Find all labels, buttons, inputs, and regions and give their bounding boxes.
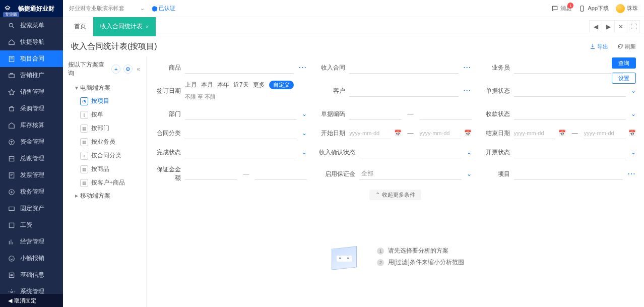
sidebar-purchase[interactable]: 采购管理 [0,100,63,117]
tabs-fullscreen[interactable]: ⛶ [627,20,640,33]
sidebar-salary[interactable]: 工资 [0,217,63,233]
confirm-select[interactable] [359,146,461,158]
chevron-down-icon[interactable]: ⌄ [300,110,307,117]
sidebar-marketing[interactable]: 营销推广 [0,67,63,84]
contract-input[interactable] [349,62,458,74]
deposit-to[interactable] [255,168,307,180]
leaf-label: 按部门 [91,124,109,133]
close-icon[interactable]: × [146,24,149,30]
finish-select[interactable] [185,146,297,158]
add-scheme-button[interactable]: + [111,65,120,74]
signdate-more[interactable]: 更多 [253,81,265,89]
sidebar-project-contract[interactable]: 项目合同 [0,50,63,67]
avatar [616,4,625,13]
docno-to[interactable] [420,108,472,120]
salesman-picker-icon[interactable]: ··· [626,64,636,71]
enddate-to[interactable]: yyyy-mm-dd [584,127,625,139]
sidebar-tax[interactable]: 税务管理 [0,183,63,200]
tab-home[interactable]: 首页 [67,17,93,36]
sidebar-baseinfo[interactable]: 基础信息 [0,267,63,283]
chevron-down-icon[interactable]: ⌄ [629,110,636,117]
sidebar-reimburse[interactable]: 小畅报销 [0,250,63,267]
scheme-by-project[interactable]: ◔按项目 [80,94,143,108]
signdate-custom[interactable]: 自定义 [269,81,294,89]
category-select[interactable] [185,127,297,139]
scheme-by-customer-product[interactable]: ▦按客户+商品 [80,176,143,190]
collapse-filters-button[interactable]: ⌃收起更多条件 [369,190,421,200]
chevron-down-icon[interactable]: ⌄ [629,149,636,156]
chevron-down-icon[interactable]: ⌄ [300,130,307,137]
grid-icon: ▦ [80,138,88,146]
tab-contract-report[interactable]: 收入合同统计表× [93,17,156,36]
chevron-down-icon[interactable]: ⌄ [629,87,636,94]
step-2-badge: 2 [377,259,384,266]
signdate-last7[interactable]: 近7天 [233,81,249,89]
sidebar-fund[interactable]: 资金管理 [0,134,63,150]
calendar-icon[interactable]: 📅 [558,130,566,137]
sidebar-quicknav[interactable]: 快捷导航 [0,34,63,50]
chevron-down-icon[interactable]: ⌄ [465,170,472,177]
sidebar-operation[interactable]: 经营管理 [0,233,63,250]
svg-rect-2 [9,74,15,78]
leaf-label: 按项目 [91,97,109,105]
enddate-from[interactable]: yyyy-mm-dd [514,127,555,139]
chevron-down-icon[interactable]: ⌄ [465,149,472,156]
sidebar-search[interactable]: 搜索菜单 [0,17,63,34]
sidebar-inventory[interactable]: 库存核算 [0,117,63,134]
scheme-by-product[interactable]: ▦按商品 [80,162,143,176]
customer-input[interactable] [349,85,458,97]
label-invoice: 开票状态 [484,148,514,157]
sidebar-unpin[interactable]: ◀取消固定 [0,294,63,307]
project-input[interactable] [514,168,623,180]
svg-rect-7 [9,207,15,210]
calendar-icon[interactable]: 📅 [628,130,636,137]
tree-group-mobile[interactable]: ▸移动端方案 [66,190,143,202]
calendar-icon[interactable]: 📅 [464,130,472,137]
chevron-down-icon: ⌄ [140,5,145,12]
product-input[interactable] [185,62,294,74]
invoice-select[interactable] [514,146,626,158]
scheme-settings-button[interactable]: ⚙ [123,65,133,74]
dept-select[interactable] [185,108,297,120]
scheme-by-category[interactable]: ⫾按合同分类 [80,149,143,162]
tree-group-pc[interactable]: ▾电脑端方案 [66,82,143,94]
contract-picker-icon[interactable]: ··· [462,64,472,71]
usedeposit-select[interactable]: 全部 [359,168,461,180]
collapse-panel-button[interactable]: « [136,66,141,73]
sidebar-sales[interactable]: 销售管理 [0,84,63,100]
salesman-input[interactable] [514,62,623,74]
customer-picker-icon[interactable]: ··· [462,87,472,94]
refresh-button[interactable]: 刷新 [617,43,636,50]
sidebar-asset[interactable]: 固定资产 [0,200,63,217]
paystatus-select[interactable] [514,108,626,120]
topbar-user[interactable]: 珠珠 [616,4,638,13]
scheme-by-dept[interactable]: ▦按部门 [80,121,143,135]
docstatus-select[interactable] [514,85,626,97]
startdate-to[interactable]: yyyy-mm-dd [420,127,461,139]
docno-from[interactable] [349,108,401,120]
sidebar-invoice[interactable]: 发票管理 [0,167,63,183]
calendar-icon[interactable]: 📅 [394,130,402,137]
page-header: 收入合同统计表(按项目) 导出 刷新 [63,36,644,56]
topbar-messages[interactable]: 消息1 [551,5,571,12]
svg-point-9 [9,256,15,261]
scheme-by-salesman[interactable]: ▦按业务员 [80,135,143,149]
topbar-download[interactable]: App下载 [578,5,609,12]
signdate-thismonth[interactable]: 本月 [201,81,213,89]
sidebar-ledger[interactable]: 总账管理 [0,150,63,167]
signdate-thisyear[interactable]: 本年 [217,81,229,89]
export-button[interactable]: 导出 [590,43,608,50]
product-picker-icon[interactable]: ··· [297,64,307,71]
signdate-lastmonth[interactable]: 上月 [185,81,197,89]
project-picker-icon[interactable]: ··· [626,170,636,177]
account-selector[interactable]: 好业财专业版演示帐套⌄ [69,5,145,12]
chevron-down-icon[interactable]: ⌄ [300,149,307,156]
tabs-next[interactable]: ▶ [602,20,615,33]
settings-button[interactable]: 设置 [612,73,636,84]
tabs-prev[interactable]: ◀ [589,20,602,33]
deposit-from[interactable] [185,168,237,180]
startdate-from[interactable]: yyyy-mm-dd [349,127,391,139]
tabs-close[interactable]: ✕ [614,20,627,33]
scheme-by-doc[interactable]: ⫿按单 [80,108,143,121]
verified-badge[interactable]: 已认证 [152,5,175,12]
